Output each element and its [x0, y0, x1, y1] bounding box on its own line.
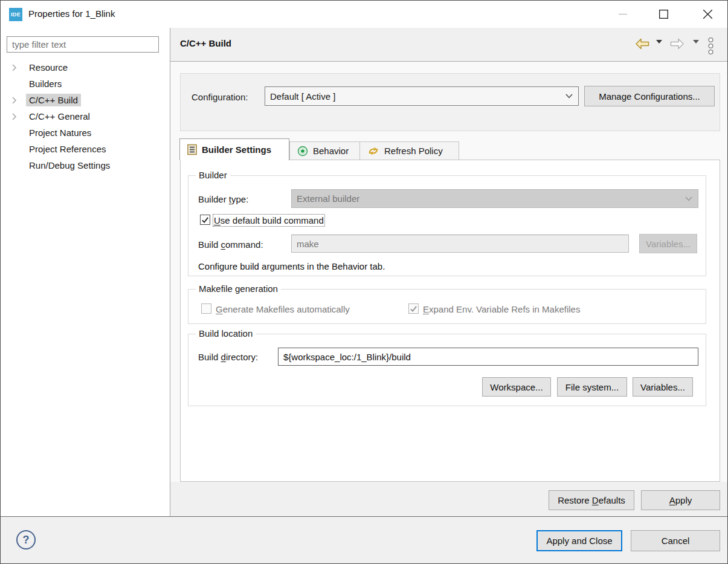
makefile-generation-group-label: Makefile generation [196, 284, 281, 294]
page-title: C/C++ Build [180, 38, 231, 48]
checkmark-icon [201, 216, 209, 224]
chevron-right-icon[interactable] [12, 64, 17, 71]
tab-label: Builder Settings [202, 144, 271, 155]
tab-behavior[interactable]: Behavior [289, 141, 360, 160]
manage-configurations-label: Manage Configurations... [599, 91, 700, 102]
page-header: C/C++ Build [170, 28, 728, 62]
tree-item-label: Project Natures [26, 126, 94, 139]
cancel-label: Cancel [662, 536, 690, 546]
configuration-label: Configuration: [192, 92, 248, 102]
minimize-icon [619, 13, 627, 15]
file-system-label: File system... [565, 382, 619, 392]
tab-label: Refresh Policy [384, 146, 443, 156]
close-icon [703, 10, 712, 19]
file-system-button[interactable]: File system... [557, 377, 627, 397]
tree-item-resource[interactable]: Resource [1, 59, 169, 76]
chevron-down-icon [565, 94, 573, 99]
chevron-down-icon [685, 196, 692, 201]
tab-builder-settings[interactable]: Builder Settings [179, 138, 289, 160]
tree-item-label: C/C++ Build [26, 94, 81, 106]
behavior-tab-note: Configure build arguments in the Behavio… [198, 261, 385, 271]
chevron-right-icon[interactable] [12, 113, 17, 120]
workspace-button[interactable]: Workspace... [482, 377, 551, 397]
tree-item-project-natures[interactable]: Project Natures [1, 125, 169, 141]
tree-item-builders[interactable]: Builders [1, 76, 169, 92]
tab-label: Behavior [313, 146, 349, 156]
build-directory-variables-button[interactable]: Variables... [633, 377, 693, 397]
app-icon: IDE [9, 8, 22, 21]
variables-label: Variables... [640, 382, 685, 392]
caret-down-icon [656, 40, 662, 53]
variables-label: Variables... [646, 239, 691, 249]
checkmark-icon [410, 305, 417, 313]
manage-configurations-button[interactable]: Manage Configurations... [584, 86, 715, 106]
title-bar: IDE Properties for 1_Blink [1, 1, 727, 28]
builder-settings-icon [187, 144, 197, 155]
expand-env-refs-checkbox [408, 303, 419, 314]
minimize-button [604, 1, 642, 28]
tab-refresh-policy[interactable]: Refresh Policy [360, 141, 459, 160]
refresh-policy-icon [367, 146, 379, 157]
build-location-group: Build location [188, 334, 706, 406]
filter-input[interactable] [7, 36, 159, 53]
behavior-icon [297, 146, 308, 157]
caret-down-icon [693, 40, 699, 53]
tree-item-cpp-general[interactable]: C/C++ General [1, 108, 169, 125]
use-default-build-command-checkbox[interactable] [200, 215, 210, 225]
tree-item-label: C/C++ General [26, 110, 93, 123]
maximize-icon [659, 10, 668, 19]
view-menu-icon [707, 37, 715, 55]
apply-and-close-button[interactable]: Apply and Close [536, 530, 622, 551]
tree-item-cpp-build[interactable]: C/C++ Build [1, 92, 169, 108]
apply-label: Apply [669, 495, 692, 505]
close-button[interactable] [689, 1, 726, 28]
generate-makefiles-checkbox [201, 303, 211, 314]
builder-type-label: Builder type: [198, 194, 248, 204]
builder-group-label: Builder [196, 170, 230, 180]
help-icon: ? [23, 534, 30, 546]
properties-dialog: IDE Properties for 1_Blink Resource Buil… [0, 0, 728, 564]
view-menu-button[interactable] [707, 37, 715, 57]
back-button[interactable] [635, 38, 649, 51]
back-arrow-icon [635, 38, 649, 50]
build-directory-input[interactable] [278, 348, 698, 366]
forward-button[interactable] [670, 38, 685, 51]
back-history-dropdown[interactable] [656, 44, 662, 53]
properties-tree: Resource Builders C/C++ Build C/C++ Gene… [1, 59, 169, 173]
workspace-label: Workspace... [490, 382, 543, 392]
tree-item-run-debug-settings[interactable]: Run/Debug Settings [1, 157, 169, 173]
tree-item-label: Builders [26, 77, 65, 90]
help-button[interactable]: ? [16, 530, 36, 549]
build-command-input [291, 235, 629, 253]
expand-env-refs-label: Expand Env. Variable Refs in Makefiles [423, 304, 580, 314]
configuration-combo[interactable]: Default [ Active ] [265, 86, 579, 106]
cancel-button[interactable]: Cancel [631, 530, 720, 551]
build-location-group-label: Build location [196, 328, 256, 339]
restore-defaults-label: Restore Defaults [558, 495, 625, 505]
apply-and-close-label: Apply and Close [546, 536, 612, 546]
window-title: Properties for 1_Blink [28, 8, 115, 19]
use-default-build-command-label[interactable]: Use default build command [214, 215, 324, 225]
builder-type-combo: External builder [291, 189, 698, 208]
configuration-value: Default [ Active ] [270, 91, 335, 102]
maximize-button[interactable] [645, 1, 682, 28]
build-command-label: Build command: [198, 239, 263, 250]
apply-button[interactable]: Apply [641, 490, 720, 510]
forward-history-dropdown[interactable] [693, 44, 699, 53]
chevron-right-icon[interactable] [12, 97, 17, 104]
tree-item-project-references[interactable]: Project References [1, 141, 169, 157]
generate-makefiles-label: Generate Makefiles automatically [216, 304, 350, 314]
build-command-variables-button: Variables... [639, 234, 697, 253]
tree-item-label: Project References [26, 143, 109, 155]
forward-arrow-icon [670, 38, 685, 50]
build-directory-label: Build directory: [198, 352, 258, 362]
tree-item-label: Run/Debug Settings [26, 159, 113, 172]
tree-item-label: Resource [26, 61, 71, 74]
restore-defaults-button[interactable]: Restore Defaults [549, 490, 634, 510]
builder-type-value: External builder [297, 193, 359, 204]
